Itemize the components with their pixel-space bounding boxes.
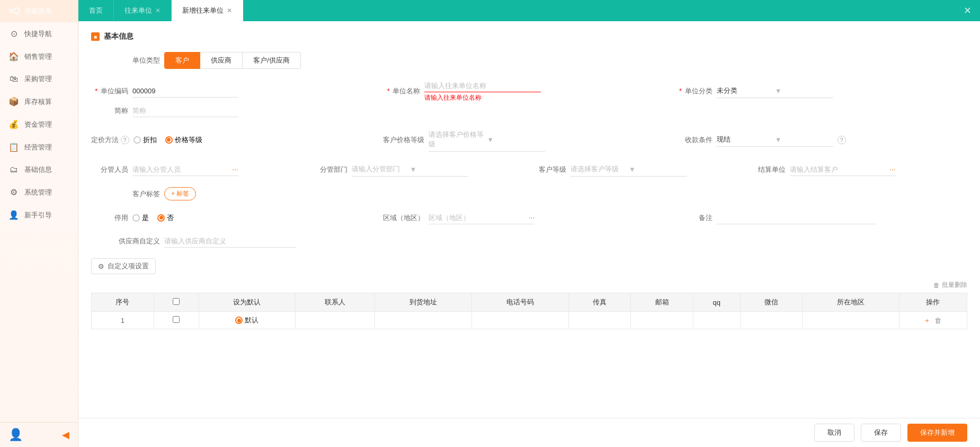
- customer-price-level-placeholder: 请选择客户价格等级: [429, 130, 487, 149]
- finance-icon: 💰: [8, 119, 19, 129]
- sidebar-item-sales[interactable]: 🏠 销售管理: [0, 45, 78, 68]
- abbr-field: 简称: [91, 104, 383, 117]
- custom-settings-button[interactable]: ⚙ 自定义项设置: [91, 258, 156, 274]
- disabled-yes-radio[interactable]: 是: [132, 213, 149, 223]
- content-area: ■ 基本信息 单位类型 客户 供应商 客户/供应商 * 单位编码: [78, 21, 980, 418]
- new-user-icon: 👤: [8, 210, 19, 220]
- row-qq: [693, 312, 740, 329]
- sidebar-inventory-label: 库存核算: [24, 97, 52, 107]
- unit-type-customer-btn[interactable]: 客户: [164, 52, 200, 69]
- payment-terms-arrow: ▼: [775, 136, 833, 144]
- section-icon: ■: [91, 32, 100, 41]
- remark-input[interactable]: [717, 212, 876, 224]
- row-wechat: [740, 312, 803, 329]
- customer-price-level-select[interactable]: 请选择客户价格等级 ▼: [429, 128, 545, 152]
- save-new-button[interactable]: 保存并新增: [907, 424, 967, 442]
- close-window-button[interactable]: ✕: [964, 5, 972, 16]
- sidebar-item-inventory[interactable]: 📦 库存核算: [0, 90, 78, 113]
- disabled-no-radio[interactable]: 否: [157, 213, 174, 223]
- sidebar-bottom: 👤 ◀: [0, 422, 78, 447]
- row-checkbox[interactable]: [173, 316, 180, 323]
- sidebar-collapse-icon[interactable]: ◀: [62, 429, 69, 441]
- pricing-level-radio[interactable]: 价格等级: [165, 135, 202, 145]
- row-region: [803, 312, 899, 329]
- unit-name-required-star: *: [387, 87, 390, 95]
- region-dots-btn[interactable]: ···: [529, 213, 535, 222]
- supplier-custom-input[interactable]: [164, 235, 297, 248]
- tab-new-partner-label: 新增往来单位: [182, 6, 224, 15]
- payment-terms-help-icon[interactable]: ?: [838, 136, 846, 144]
- save-button[interactable]: 保存: [861, 424, 901, 442]
- unit-type-supplier-btn[interactable]: 供应商: [200, 52, 243, 69]
- sidebar-item-quick-nav[interactable]: ⊙ 快捷导航: [0, 22, 78, 45]
- row-action: + 🗑: [899, 312, 967, 329]
- tab-new-partner[interactable]: 新增往来单位 ✕: [172, 0, 243, 21]
- sidebar-basic-info-label: 基础信息: [24, 165, 52, 174]
- unit-category-field: * 单位分类 未分类 ▼: [675, 80, 967, 102]
- quick-nav-icon: ⊙: [8, 29, 19, 39]
- tab-home[interactable]: 首页: [78, 0, 114, 21]
- batch-delete-label[interactable]: 批量删除: [942, 281, 967, 290]
- unit-code-input[interactable]: [132, 85, 238, 98]
- sidebar-item-purchase[interactable]: 🛍 采购管理: [0, 68, 78, 90]
- row-default-dot: [237, 319, 241, 322]
- row-seq: 1: [92, 312, 154, 329]
- table-select-all[interactable]: [173, 298, 180, 305]
- sidebar-item-search[interactable]: ≡Q 搜索菜单: [0, 0, 78, 22]
- section-title: 基本信息: [104, 32, 133, 41]
- row-default-radio[interactable]: 默认: [204, 315, 290, 325]
- department-placeholder: 请输入分管部门: [352, 164, 410, 174]
- col-email: 邮箱: [631, 293, 693, 312]
- sidebar-item-operations[interactable]: 📋 经营管理: [0, 136, 78, 159]
- tab-partners-close[interactable]: ✕: [155, 7, 161, 14]
- unit-category-value: 未分类: [717, 86, 775, 95]
- pricing-level-circle: [165, 136, 173, 144]
- supplier-custom-row: 供应商自定义: [91, 235, 967, 248]
- row-phone: [472, 312, 569, 329]
- unit-name-input[interactable]: [424, 80, 541, 92]
- pricing-help-icon[interactable]: ?: [121, 136, 129, 144]
- customer-tag-label: 客户标签: [123, 189, 160, 199]
- col-fax: 传真: [568, 293, 631, 312]
- contacts-table: 序号 设为默认 联系人 到货地址 电话号码 传真 邮箱 qq 微信 所在地区 操…: [91, 293, 967, 329]
- pricing-discount-radio[interactable]: 折扣: [133, 135, 157, 145]
- custom-settings-icon: ⚙: [98, 262, 104, 270]
- manager-input[interactable]: [132, 165, 232, 173]
- settlement-unit-dots-btn[interactable]: ···: [889, 165, 896, 173]
- pricing-level-dot: [167, 138, 171, 142]
- disabled-label: 停用: [91, 213, 128, 223]
- customer-level-select[interactable]: 请选择客户等级 ▼: [571, 162, 687, 177]
- customer-price-level-field: 客户价格等级 请选择客户价格等级 ▼: [383, 128, 675, 152]
- unit-category-select[interactable]: 未分类 ▼: [717, 84, 833, 98]
- add-tag-button[interactable]: + 标签: [164, 187, 196, 200]
- manager-label: 分管人员: [91, 165, 128, 174]
- sidebar: ≡Q 搜索菜单 ⊙ 快捷导航 🏠 销售管理 🛍 采购管理 📦 库存核算 💰 资金…: [0, 0, 78, 447]
- settlement-unit-input[interactable]: [790, 165, 889, 173]
- sales-icon: 🏠: [8, 51, 19, 62]
- section-header: ■ 基本信息: [91, 32, 967, 41]
- table-row: 1 默认: [92, 312, 967, 329]
- col-address: 到货地址: [375, 293, 472, 312]
- tab-new-partner-close[interactable]: ✕: [227, 7, 232, 14]
- cancel-button[interactable]: 取消: [814, 424, 854, 442]
- payment-terms-select[interactable]: 现结 ▼: [717, 133, 833, 147]
- row-email: [631, 312, 693, 329]
- search-icon: ≡Q: [8, 6, 19, 16]
- col-action: 操作: [899, 293, 967, 312]
- manager-dots-btn[interactable]: ···: [232, 165, 238, 173]
- unit-type-both-btn[interactable]: 客户/供应商: [243, 52, 301, 69]
- row-add-btn[interactable]: +: [925, 317, 929, 325]
- sidebar-search-label: 搜索菜单: [24, 6, 52, 16]
- tab-partners[interactable]: 往来单位 ✕: [114, 0, 172, 21]
- sidebar-item-finance[interactable]: 💰 资金管理: [0, 113, 78, 136]
- row-delete-btn[interactable]: 🗑: [934, 317, 941, 325]
- department-select[interactable]: 请输入分管部门 ▼: [352, 162, 468, 177]
- custom-settings-label: 自定义项设置: [108, 261, 149, 271]
- sidebar-item-system[interactable]: ⚙ 系统管理: [0, 181, 78, 204]
- region-input[interactable]: [429, 214, 528, 222]
- row-default-circle: [235, 317, 243, 324]
- remark-label: 备注: [675, 213, 712, 223]
- sidebar-item-basic-info[interactable]: 🗂 基础信息: [0, 159, 78, 181]
- abbr-input[interactable]: [132, 104, 238, 117]
- sidebar-item-new-user[interactable]: 👤 新手引导: [0, 204, 78, 226]
